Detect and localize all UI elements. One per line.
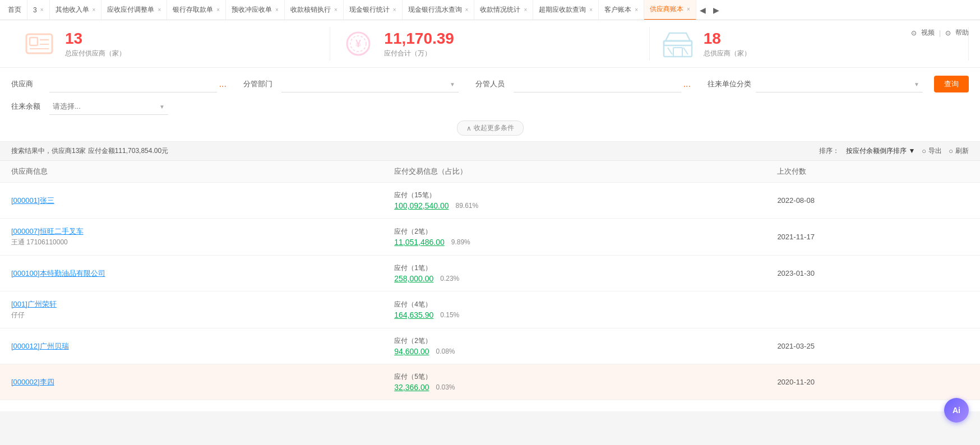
tx-amount-link[interactable]: 100,092,540.00	[394, 201, 449, 210]
supplier-sub-text: 仔仔	[11, 310, 394, 320]
tx-label: 应付（2笔）	[394, 336, 777, 346]
data-table: 供应商信息 应付交易信息（占比） 上次付数 [000001]张三 应付（15笔）…	[0, 161, 980, 411]
person-dots[interactable]: ...	[683, 79, 691, 89]
supplier-name-link[interactable]: [001]广州荣轩	[11, 299, 394, 309]
nav-tab-other-income[interactable]: 其他收入单 ×	[50, 0, 102, 20]
tx-row: 94,600.00 0.08%	[394, 347, 777, 356]
divider: |	[939, 29, 941, 37]
close-icon[interactable]: ×	[393, 7, 396, 13]
balance-input[interactable]	[49, 98, 168, 115]
tx-row: 258,000.00 0.23%	[394, 274, 777, 283]
nav-tab-home[interactable]: 首页	[2, 0, 27, 20]
nav-tab-bank[interactable]: 银行存取款单 ×	[167, 0, 226, 20]
supplier-dots[interactable]: ...	[219, 79, 226, 89]
supplier-name-link[interactable]: [000012]广州贝瑞	[11, 341, 394, 351]
nav-tab-receipt-stats[interactable]: 收款情况统计 ×	[474, 0, 533, 20]
supplier-sub-text: 王通 17106110000	[11, 238, 394, 247]
tx-amount-link[interactable]: 258,000.00	[394, 274, 433, 283]
last-pay-cell: 2021-11-17	[777, 233, 969, 241]
tx-amount-link[interactable]: 32,366.00	[394, 383, 429, 392]
nav-tab-other-income-label: 其他收入单	[56, 5, 89, 15]
nav-tab-customer-ledger[interactable]: 客户账本 ×	[599, 0, 644, 20]
close-icon[interactable]: ×	[158, 7, 161, 13]
svg-line-13	[683, 48, 688, 54]
video-link[interactable]: 视频	[921, 28, 935, 38]
search-button[interactable]: 查询	[934, 76, 969, 92]
tx-info-cell: 应付（1笔） 258,000.00 0.23%	[394, 263, 777, 283]
nav-tab-cash-stats[interactable]: 现金银行统计 ×	[344, 0, 403, 20]
nav-tab-collection-label: 收款核销执行	[290, 5, 331, 15]
stat-payable-suppliers: 13 总应付供应商（家）	[11, 27, 330, 61]
last-pay-date: 2021-11-17	[777, 233, 815, 241]
nav-tab-prepay[interactable]: 预收冲应收单 ×	[226, 0, 285, 20]
stats-bar: 13 总应付供应商（家） ¥ 11,170.39 应付合计（万）	[0, 20, 980, 68]
sort-label: 排序：	[819, 146, 839, 156]
tx-amount-link[interactable]: 94,600.00	[394, 347, 429, 356]
export-button[interactable]: ○ 导出	[922, 146, 942, 156]
supplier-info-cell: [000100]本特勤油品有限公司	[11, 268, 394, 279]
nav-tab-customer-ledger-label: 客户账本	[604, 5, 631, 15]
form-item-person: 分管人员 ...	[475, 76, 691, 92]
supplier-name-link[interactable]: [000100]本特勤油品有限公司	[11, 268, 394, 279]
close-icon[interactable]: ×	[687, 6, 690, 12]
close-icon[interactable]: ×	[589, 7, 593, 13]
tx-label: 应付（15笔）	[394, 191, 777, 200]
payable-total-icon: ¥	[341, 27, 375, 61]
supplier-name-link[interactable]: [000002]李四	[11, 377, 394, 387]
nav-next-arrow[interactable]: ▶	[710, 0, 723, 20]
person-input[interactable]	[514, 76, 681, 92]
dept-input[interactable]	[281, 76, 459, 92]
tx-label: 应付（2笔）	[394, 227, 777, 237]
nav-tab-cash-flow[interactable]: 现金银行流水查询 ×	[403, 0, 475, 20]
result-bar: 搜索结果中，供应商13家 应付金额111,703,854.00元 排序： 按应付…	[0, 142, 980, 161]
tx-amount-link[interactable]: 11,051,486.00	[394, 238, 445, 247]
supplier-input[interactable]	[49, 76, 217, 92]
tx-row: 11,051,486.00 9.89%	[394, 238, 777, 247]
payable-total-value: 11,170.39	[384, 29, 454, 48]
nav-tab-overdue-label: 超期应收款查询	[539, 5, 586, 15]
form-item-dept: 分管部门 ▼	[243, 76, 459, 92]
last-pay-date: 2023-01-30	[777, 269, 815, 277]
tx-amount-link[interactable]: 164,635.90	[394, 310, 433, 319]
collapse-button[interactable]: ∧ 收起更多条件	[457, 120, 524, 136]
tx-label: 应付（1笔）	[394, 263, 777, 273]
help-link[interactable]: 帮助	[955, 28, 969, 38]
nav-prev-arrow[interactable]: ◀	[696, 0, 710, 20]
export-icon: ○	[922, 147, 926, 155]
col-lastpay-header: 上次付数	[777, 166, 969, 177]
close-icon[interactable]: ×	[216, 7, 220, 13]
ai-button-label: Ai	[953, 406, 960, 411]
close-icon[interactable]: ×	[40, 7, 44, 13]
supplier-info-cell: [000012]广州贝瑞	[11, 341, 394, 351]
supplier-name-link[interactable]: [000007]恒旺二手叉车	[11, 226, 394, 237]
form-item-category: 往来单位分类 ▼	[708, 76, 923, 92]
supplier-name-link[interactable]: [000001]张三	[11, 196, 394, 206]
last-pay-cell: 2021-03-25	[777, 342, 969, 350]
nav-tab-collection[interactable]: 收款核销执行 ×	[285, 0, 344, 20]
close-icon[interactable]: ×	[275, 7, 279, 13]
category-input[interactable]	[756, 76, 923, 92]
close-icon[interactable]: ×	[524, 7, 527, 13]
nav-tab-adjustment[interactable]: 应收应付调整单 ×	[101, 0, 167, 20]
last-pay-cell: 2020-11-20	[777, 378, 969, 386]
close-icon[interactable]: ×	[93, 7, 96, 13]
tx-pct: 89.61%	[456, 202, 479, 210]
close-icon[interactable]: ×	[465, 7, 469, 13]
nav-tab-supplier-ledger[interactable]: 供应商账本 ×	[644, 0, 696, 20]
refresh-button[interactable]: ○ 刷新	[949, 146, 969, 156]
total-suppliers-label: 总供应商（家）	[704, 49, 751, 58]
payable-suppliers-value: 13	[65, 29, 126, 48]
tx-info-cell: 应付（15笔） 100,092,540.00 89.61%	[394, 191, 777, 210]
close-icon[interactable]: ×	[635, 7, 638, 13]
stat-payable-total-text: 11,170.39 应付合计（万）	[384, 29, 454, 59]
nav-tab-overdue[interactable]: 超期应收款查询 ×	[533, 0, 599, 20]
svg-line-12	[668, 48, 672, 54]
sort-select[interactable]: 按应付余额倒序排序 ▼	[846, 146, 915, 156]
search-form: 供应商 ... 分管部门 ▼ 分管人员 ... 往来单位分类 ▼ 查询 往来	[0, 68, 980, 142]
refresh-icon: ○	[949, 147, 953, 155]
nav-tab-3[interactable]: 3 ×	[27, 0, 50, 20]
table-row: [000007]恒旺二手叉车 王通 17106110000 应付（2笔） 11,…	[0, 219, 980, 256]
supplier-info-cell: [001]广州荣轩 仔仔	[11, 299, 394, 320]
tx-info-cell: 应付（5笔） 32,366.00 0.03%	[394, 372, 777, 392]
close-icon[interactable]: ×	[334, 7, 338, 13]
